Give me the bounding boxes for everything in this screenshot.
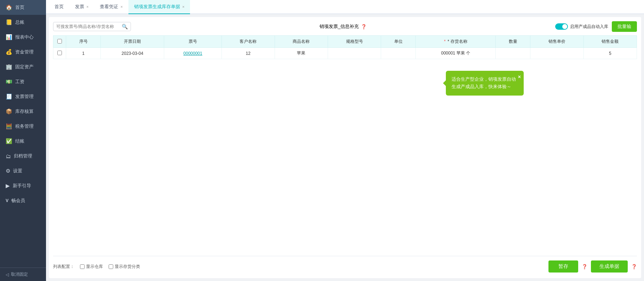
tab-home[interactable]: 首页 [49,0,69,14]
tab-home-label: 首页 [54,4,64,10]
sidebar-item-funds[interactable]: 💰 资金管理 [0,45,46,59]
col-price: 销售单价 [530,36,583,48]
ledger-icon: 📒 [6,19,12,25]
sidebar-item-label: 新手引导 [13,183,31,189]
tab-invoice[interactable]: 发票 × [69,0,94,14]
tax-icon: 🧮 [6,123,12,130]
col-inventory: * * 存货名称 [416,36,496,48]
cancel-pin-label: 取消固定 [11,271,28,277]
tab-generate-stock-label: 销项发票生成库存单据 [134,4,180,10]
col-qty: 数量 [496,36,530,48]
sidebar-item-label: 报表中心 [15,34,34,40]
save-button[interactable]: 暂存 [548,260,578,273]
search-icon: 🔍 [122,24,128,29]
cell-spec [328,48,381,59]
cell-checkbox [53,48,66,59]
tab-generate-stock-close[interactable]: × [182,5,184,9]
search-input[interactable] [56,24,120,29]
main-area: 首页 发票 × 查看凭证 × 销项发票生成库存单据 × 🔍 销项发票_信息补充 … [46,0,644,281]
home-icon: 🏠 [6,4,12,11]
tab-generate-stock[interactable]: 销项发票生成库存单据 × [128,0,190,14]
sidebar-item-member[interactable]: V 畅会员 [0,193,46,208]
show-category-checkbox[interactable]: 显示存货分类 [109,264,140,270]
sidebar-item-tax[interactable]: 🧮 税务管理 [0,119,46,134]
tooltip-close-button[interactable]: × [518,73,521,81]
sidebar-item-home[interactable]: 🏠 首页 [0,0,46,15]
search-box[interactable]: 🔍 [53,22,131,31]
cell-inventory: 000001 苹果 个 [416,48,496,59]
select-all-checkbox[interactable] [57,39,62,44]
sidebar-item-label: 设置 [13,168,22,174]
tab-invoice-close[interactable]: × [86,5,88,9]
table-container: 序号 开票日期 票号 客户名称 商品名称 规格型号 单位 * * 存货名称 数量… [53,35,637,253]
invoice-number-link[interactable]: 00000001 [183,51,202,56]
pin-icon: ◁ [6,272,9,277]
cancel-pin-button[interactable]: ◁ 取消固定 [0,268,46,281]
cell-qty [496,48,530,59]
show-warehouse-input[interactable] [80,264,85,269]
toolbar: 🔍 销项发票_信息补充 ❓ 启用产成品自动入库 批量输 [53,21,637,32]
tab-voucher-close[interactable]: × [120,5,122,9]
inventory-icon: 📦 [6,108,12,115]
funds-icon: 💰 [6,49,12,55]
help-icon[interactable]: ❓ [361,24,367,29]
batch-button[interactable]: 批量输 [612,21,637,32]
sidebar-item-assets[interactable]: 🏢 固定资产 [0,59,46,74]
tab-invoice-label: 发票 [75,4,84,10]
generate-help-icon[interactable]: ❓ [631,264,637,269]
sidebar-item-label: 畅会员 [11,197,25,204]
footer-buttons: 暂存 ❓ 生成单据 ❓ [548,260,637,273]
assets-icon: 🏢 [6,64,12,70]
col-product: 商品名称 [275,36,328,48]
sidebar-item-archive[interactable]: 🗂 归档管理 [0,149,46,164]
tooltip-text: 适合生产型企业，销项发票自动生成产成品入库，快来体验～ [452,76,516,89]
show-warehouse-label: 显示仓库 [86,264,103,270]
sidebar: 🏠 首页 📒 总账 📊 报表中心 💰 资金管理 🏢 固定资产 💵 工资 🧾 发票… [0,0,46,281]
info-section: 销项发票_信息补充 ❓ [134,23,552,30]
sidebar-item-guide[interactable]: ▶ 新手引导 [0,178,46,193]
toggle-section: 启用产成品自动入库 [555,23,608,30]
cell-product: 苹果 [275,48,328,59]
sidebar-item-label: 库存核算 [15,108,34,115]
save-help-icon[interactable]: ❓ [582,264,587,269]
toggle-label: 启用产成品自动入库 [570,24,608,30]
config-label: 列表配置： [53,264,74,270]
data-table: 序号 开票日期 票号 客户名称 商品名称 规格型号 单位 * * 存货名称 数量… [53,35,637,59]
sidebar-item-reports[interactable]: 📊 报表中心 [0,30,46,45]
sidebar-item-ledger[interactable]: 📒 总账 [0,15,46,30]
cell-number[interactable]: 00000001 [164,48,222,59]
tab-voucher[interactable]: 查看凭证 × [94,0,128,14]
sidebar-item-label: 结账 [15,138,24,144]
col-customer: 客户名称 [222,36,275,48]
generate-button[interactable]: 生成单据 [591,260,628,273]
col-date: 开票日期 [101,36,164,48]
cell-customer: 12 [222,48,275,59]
cell-amount: 5 [583,48,637,59]
sidebar-item-label: 固定资产 [15,64,34,70]
col-unit: 单位 [381,36,416,48]
sidebar-item-salary[interactable]: 💵 工资 [0,74,46,89]
toggle-knob [562,24,567,29]
tab-voucher-label: 查看凭证 [100,4,118,10]
col-number: 票号 [164,36,222,48]
col-spec: 规格型号 [328,36,381,48]
show-category-input[interactable] [109,264,113,269]
show-category-label: 显示存货分类 [115,264,140,270]
info-label: 销项发票_信息补充 [320,23,359,30]
sidebar-item-label: 税务管理 [15,123,34,130]
guide-icon: ▶ [6,183,10,189]
table-row: 1 2023-03-04 00000001 12 苹果 000001 苹果 个 … [53,48,637,59]
salary-icon: 💵 [6,79,12,85]
tab-bar: 首页 发票 × 查看凭证 × 销项发票生成库存单据 × [46,0,644,14]
sidebar-item-label: 归档管理 [14,153,32,159]
footer: 列表配置： 显示仓库 显示存货分类 暂存 ❓ 生成单据 ❓ [53,256,637,274]
sidebar-item-inventory[interactable]: 📦 库存核算 [0,104,46,119]
auto-stock-toggle[interactable] [555,23,568,30]
sidebar-item-settings[interactable]: ⚙ 设置 [0,164,46,178]
row-checkbox[interactable] [57,51,62,55]
content-area: 🔍 销项发票_信息补充 ❓ 启用产成品自动入库 批量输 [49,17,641,278]
invoice-icon: 🧾 [6,93,12,100]
sidebar-item-closing[interactable]: ✅ 结账 [0,134,46,149]
sidebar-item-invoice[interactable]: 🧾 发票管理 [0,89,46,104]
show-warehouse-checkbox[interactable]: 显示仓库 [80,264,103,270]
